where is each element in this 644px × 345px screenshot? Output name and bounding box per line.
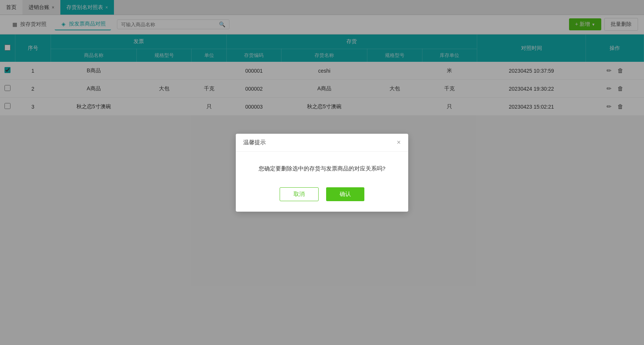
dialog-cancel-button[interactable]: 取消 bbox=[280, 187, 319, 201]
dialog-close-button[interactable]: × bbox=[397, 139, 401, 146]
dialog-confirm-button[interactable]: 确认 bbox=[326, 187, 364, 201]
dialog-body: 您确定要删除选中的存货与发票商品的对应关系吗? bbox=[236, 152, 408, 181]
dialog-message: 您确定要删除选中的存货与发票商品的对应关系吗? bbox=[259, 165, 385, 172]
dialog-title: 温馨提示 bbox=[243, 139, 266, 146]
confirm-dialog: 温馨提示 × 您确定要删除选中的存货与发票商品的对应关系吗? 取消 确认 bbox=[236, 134, 408, 212]
dialog-overlay: 温馨提示 × 您确定要删除选中的存货与发票商品的对应关系吗? 取消 确认 bbox=[0, 0, 644, 345]
dialog-footer: 取消 确认 bbox=[236, 181, 408, 212]
dialog-header: 温馨提示 × bbox=[236, 134, 408, 152]
